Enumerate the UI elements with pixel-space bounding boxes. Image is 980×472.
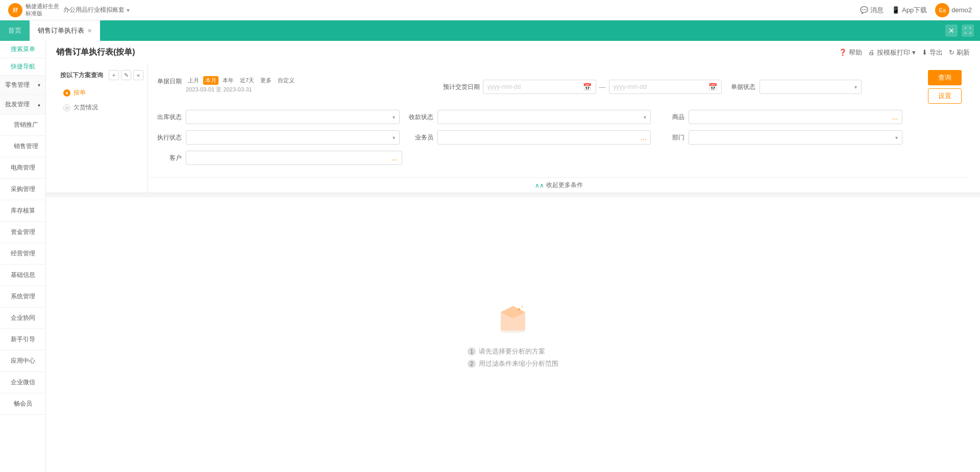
tab-home[interactable]: 首页 — [0, 20, 30, 41]
sidebar-item-apps[interactable]: 应用中心 — [0, 350, 45, 372]
window-expand-btn[interactable]: ⛶ — [962, 25, 974, 37]
empty-tip-2: 2 用过滤条件来缩小分析范围 — [468, 359, 558, 368]
retail-arrow-icon: ▾ — [38, 82, 40, 88]
print-btn[interactable]: 🖨 按模板打印 ▾ — [868, 48, 916, 57]
help-btn[interactable]: ❓ 帮助 — [839, 48, 862, 57]
page-header: 销售订单执行表(按单) ❓ 帮助 🖨 按模板打印 ▾ ⬇ 导出 — [46, 41, 980, 193]
collapse-btn[interactable]: ∧∧ 收起更多条件 — [535, 181, 583, 190]
expected-delivery-end[interactable]: yyyy-mm-dd 📅 — [609, 80, 722, 94]
empty-tip-1: 1 请先选择要分析的方案 — [468, 347, 558, 356]
sidebar-item-purchase[interactable]: 采购管理 — [0, 179, 45, 200]
sidebar-item-wechat[interactable]: 企业微信 — [0, 372, 45, 393]
tab-sales-exec[interactable]: 销售订单执行表 ✕ — [30, 20, 100, 41]
sidebar-item-newbie[interactable]: 新手引导 — [0, 329, 45, 350]
date-tabs: 上月 本月 本年 近7天 更多 自定义 — [186, 76, 435, 85]
empty-state: 1 请先选择要分析的方案 2 用过滤条件来缩小分析范围 — [468, 298, 558, 371]
help-icon: ❓ — [839, 49, 847, 56]
scheme-item-debt[interactable]: ○ 欠货情况 — [60, 100, 143, 115]
filter-row-4: 客户 ... — [156, 151, 962, 165]
scheme-add-btn[interactable]: + — [109, 70, 119, 80]
order-status-select[interactable]: ▾ — [760, 80, 862, 94]
delivery-status-select[interactable]: ▾ — [186, 110, 400, 124]
tip-num-2: 2 — [468, 360, 476, 368]
settings-button[interactable]: 设置 — [928, 88, 962, 104]
print-icon: 🖨 — [868, 49, 875, 56]
sidebar-item-operations[interactable]: 经营管理 — [0, 243, 45, 265]
customer-input[interactable]: ... — [186, 151, 402, 165]
date-tab-this-month[interactable]: 本月 — [203, 76, 218, 85]
sidebar-search[interactable]: 搜索菜单 — [0, 41, 45, 58]
filter-row-2: 出库状态 ▾ 收款状态 ▾ — [156, 110, 962, 124]
tab-sales-exec-label: 销售订单执行表 — [38, 26, 84, 35]
filter-form: 单据日期 上月 本月 本年 近7天 更多 自定义 — [148, 64, 970, 177]
logo-text: 畅捷通好生意 标准版 — [26, 3, 59, 16]
scheme-collapse-btn[interactable]: « — [133, 70, 143, 80]
dept-select[interactable]: ▾ — [689, 130, 902, 145]
cal-icon2: 📅 — [708, 83, 717, 91]
salesperson-input[interactable]: ... — [437, 130, 651, 145]
page-content: 销售订单执行表(按单) ❓ 帮助 🖨 按模板打印 ▾ ⬇ 导出 — [46, 41, 980, 472]
sidebar-item-system[interactable]: 系统管理 — [0, 286, 45, 308]
date-tab-more[interactable]: 更多 — [258, 76, 274, 85]
expected-delivery-start[interactable]: yyyy-mm-dd 📅 — [483, 80, 596, 94]
date-tab-custom[interactable]: 自定义 — [276, 76, 297, 85]
date-tab-this-year[interactable]: 本年 — [220, 76, 236, 85]
sidebar-item-basic[interactable]: 基础信息 — [0, 265, 45, 286]
sidebar-item-wholesale[interactable]: 批发管理 ▴ — [0, 95, 45, 114]
scheme-debt-dot: ○ — [63, 104, 70, 111]
tab-home-label: 首页 — [8, 26, 21, 35]
sidebar: 搜索菜单 快捷导航 零售管理 ▾ 批发管理 ▴ 营销推广 销售管理 电商管理 采… — [0, 41, 46, 472]
sidebar-item-retail[interactable]: 零售管理 ▾ — [0, 76, 45, 95]
page-title: 销售订单执行表(按单) — [56, 47, 135, 58]
window-close-btn[interactable]: ✕ — [945, 25, 958, 37]
collapse-icon: ∧∧ — [535, 182, 544, 189]
filter-area: 按以下方案查询 + ✎ « ● 按单 ○ 欠货情况 — [56, 64, 970, 193]
sidebar-item-inventory[interactable]: 库存核算 — [0, 200, 45, 222]
avatar: Ea — [935, 3, 949, 17]
salesperson-label: 业务员 — [408, 133, 433, 142]
query-button[interactable]: 查询 — [928, 70, 962, 85]
filter-row-3: 执行状态 ▾ 业务员 ... — [156, 130, 962, 145]
sidebar-item-ecommerce[interactable]: 电商管理 — [0, 157, 45, 179]
payment-status-select[interactable]: ▾ — [437, 110, 651, 124]
app-download-btn[interactable]: 📱 App下载 — [892, 6, 927, 15]
order-status-label: 单据状态 — [730, 83, 755, 91]
empty-icon — [493, 298, 533, 339]
user-area[interactable]: Ea demo2 — [935, 3, 972, 17]
date-tab-last-month[interactable]: 上月 — [186, 76, 201, 85]
customer-more-icon[interactable]: ... — [391, 154, 398, 162]
product-more-icon[interactable]: ... — [892, 113, 898, 121]
cal-icon: 📅 — [583, 83, 592, 91]
tip-num-1: 1 — [468, 347, 476, 356]
refresh-btn[interactable]: ↻ 刷新 — [949, 48, 970, 57]
sidebar-item-vip[interactable]: 畅会员 — [0, 393, 45, 415]
collapse-row: ∧∧ 收起更多条件 — [148, 177, 970, 193]
sidebar-quick-nav[interactable]: 快捷导航 — [0, 58, 45, 76]
sidebar-item-sales[interactable]: 销售管理 — [0, 136, 45, 157]
product-input[interactable]: ... — [689, 110, 902, 124]
sidebar-item-finance[interactable]: 资金管理 — [0, 222, 45, 243]
filter-wrapper: 单据日期 上月 本月 本年 近7天 更多 自定义 — [148, 64, 970, 193]
scheme-item-order[interactable]: ● 按单 — [60, 85, 143, 100]
svg-point-4 — [521, 306, 523, 308]
execution-status-select[interactable]: ▾ — [186, 130, 400, 145]
main-content: 搜索菜单 快捷导航 零售管理 ▾ 批发管理 ▴ 营销推广 销售管理 电商管理 采… — [0, 41, 980, 472]
dept-label: 部门 — [659, 133, 684, 142]
scheme-panel: 按以下方案查询 + ✎ « ● 按单 ○ 欠货情况 — [56, 64, 148, 193]
message-btn[interactable]: 💬 消息 — [860, 6, 884, 15]
scheme-panel-actions: + ✎ « — [109, 70, 143, 80]
svg-point-3 — [518, 308, 521, 311]
svg-point-5 — [501, 329, 525, 333]
tab-close-icon[interactable]: ✕ — [87, 28, 92, 34]
salesperson-more-icon[interactable]: ... — [641, 133, 647, 141]
scheme-edit-btn[interactable]: ✎ — [121, 70, 131, 80]
export-btn[interactable]: ⬇ 导出 — [922, 48, 943, 57]
action-btns: 查询 设置 — [928, 70, 962, 104]
sidebar-item-enterprise[interactable]: 企业协同 — [0, 308, 45, 329]
sidebar-item-marketing[interactable]: 营销推广 — [0, 114, 45, 136]
date-tab-last7[interactable]: 近7天 — [238, 76, 256, 85]
nav-tab-actions: ✕ ⛶ — [939, 20, 980, 41]
scheme-panel-header: 按以下方案查询 + ✎ « — [60, 70, 143, 80]
empty-illustration — [493, 298, 533, 339]
top-bar-left: 好 畅捷通好生意 标准版 办公用品行业模拟账套 ▾ — [8, 3, 130, 17]
